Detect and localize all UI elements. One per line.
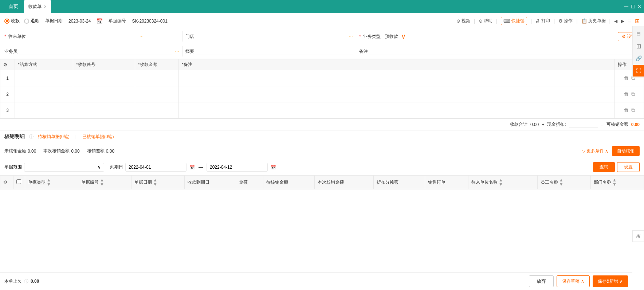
sort-dept[interactable]: 部门名称 ▲▼ bbox=[594, 178, 641, 187]
summary-input[interactable] bbox=[196, 48, 353, 55]
staff-input[interactable] bbox=[19, 48, 172, 55]
shortcut-btn[interactable]: ⌨ 快捷键 bbox=[501, 17, 527, 25]
row1-delete-icon[interactable]: 🗑 bbox=[624, 75, 629, 81]
grid-view-icon[interactable]: ⊞ bbox=[635, 17, 640, 24]
row1-settle[interactable] bbox=[15, 70, 73, 86]
help-btn[interactable]: ⊙ 帮助 bbox=[479, 18, 492, 24]
bt-th-checkbox[interactable] bbox=[13, 176, 25, 189]
biz-type-dropdown-icon[interactable]: ∨ bbox=[400, 32, 407, 40]
table-settings-icon[interactable]: ⚙ bbox=[3, 62, 7, 67]
radio-receipt-label: 收款 bbox=[11, 18, 20, 24]
bt-th-settings[interactable]: ⚙ bbox=[0, 176, 13, 189]
ai-badge[interactable]: Ai bbox=[632, 230, 644, 242]
row2-account[interactable] bbox=[73, 86, 135, 102]
form-divider-4 bbox=[356, 46, 356, 56]
video-btn[interactable]: ⊙ 视频 bbox=[456, 18, 470, 24]
row2-delete-icon[interactable]: 🗑 bbox=[624, 91, 629, 97]
due-date-from[interactable] bbox=[125, 163, 186, 172]
sort-counterpart[interactable]: 往来单位名称 ▲▼ bbox=[471, 178, 534, 187]
divider4: | bbox=[554, 19, 555, 24]
calendar-icon[interactable]: 📅 bbox=[97, 18, 103, 24]
discount-input[interactable] bbox=[569, 121, 598, 128]
right-panel-link-icon[interactable]: 🔗 bbox=[633, 52, 644, 64]
sort-bill-date[interactable]: 单据日期 ▲▼ bbox=[134, 178, 181, 187]
tab-current[interactable]: 收款单 × bbox=[24, 0, 51, 13]
done-tab[interactable]: 已核销单据(0笔) bbox=[82, 134, 114, 140]
row1-amount[interactable] bbox=[135, 70, 179, 86]
row2-remark[interactable] bbox=[179, 86, 615, 102]
print-btn[interactable]: 🖨 打印 bbox=[535, 18, 550, 24]
query-btn[interactable]: 查询 bbox=[593, 162, 615, 172]
minimize-icon[interactable]: ─ bbox=[624, 3, 628, 10]
verify-settings-btn[interactable]: 设置 bbox=[617, 162, 640, 172]
history-btn[interactable]: 📋 历史单据 bbox=[581, 18, 606, 24]
save-draft-button[interactable]: 保存草稿 ∧ bbox=[557, 275, 590, 287]
abandon-button[interactable]: 放弃 bbox=[529, 275, 554, 287]
receipt-type-group: 收款 退款 bbox=[4, 18, 39, 24]
unchecked-value: 0.00 bbox=[28, 149, 36, 154]
row3-account[interactable] bbox=[73, 102, 135, 118]
nav-prev-icon[interactable]: ◀ bbox=[614, 19, 617, 24]
table-row: 1 🗑 ⧉ bbox=[0, 70, 644, 86]
row3-delete-icon[interactable]: 🗑 bbox=[624, 107, 629, 113]
right-panel-doc-icon[interactable]: ◫ bbox=[633, 40, 644, 52]
sort-bill-type[interactable]: 单据类型 ▲▼ bbox=[28, 178, 75, 187]
pending-tab[interactable]: 待核销单据(0笔) bbox=[38, 134, 70, 140]
chevron-up-icon: ∧ bbox=[605, 149, 608, 154]
counterpart-input[interactable] bbox=[27, 33, 137, 40]
nav-next-icon[interactable]: ▶ bbox=[621, 19, 624, 24]
row3-amount[interactable] bbox=[135, 102, 179, 118]
remark-input[interactable] bbox=[369, 48, 640, 55]
bt-settings-icon[interactable]: ⚙ bbox=[3, 180, 7, 185]
history-icon: 📋 bbox=[581, 18, 587, 24]
list-view-icon[interactable]: ≡ bbox=[628, 18, 631, 24]
staff-more-icon[interactable]: ··· bbox=[175, 48, 179, 54]
receipt-table-container: ⚙ *结算方式 *收款账号 *收款金额 *备注 bbox=[0, 59, 644, 119]
row1-account[interactable] bbox=[73, 70, 135, 86]
save-new-button[interactable]: 保存&新增 ∧ bbox=[593, 275, 628, 287]
right-panel-expand-icon[interactable]: ⛶ bbox=[633, 65, 644, 77]
operation-btn[interactable]: ⚙ 操作 bbox=[558, 18, 573, 24]
due-date-to[interactable] bbox=[207, 163, 268, 172]
plus-sign: + bbox=[542, 122, 544, 127]
tab-close-icon[interactable]: × bbox=[44, 4, 47, 9]
right-panel-table-icon[interactable]: ⊟ bbox=[633, 28, 644, 39]
toolbar-row: 收款 退款 单据日期 2023-03-24 📅 单据编号 SK-20230324… bbox=[0, 13, 644, 29]
form-divider-3 bbox=[182, 46, 182, 56]
radio-refund[interactable]: 退款 bbox=[24, 18, 39, 24]
verify-info-icon: ⓘ bbox=[29, 134, 34, 140]
verify-section: 核销明细 ⓘ 待核销单据(0笔) | 已核销单据(0笔) 未核销金额 0.00 bbox=[0, 130, 644, 189]
tab-divider: | bbox=[75, 134, 76, 139]
select-all-checkbox[interactable] bbox=[16, 179, 21, 184]
verify-header: 核销明细 ⓘ 待核销单据(0笔) | 已核销单据(0笔) bbox=[0, 130, 644, 143]
tab-current-label: 收款单 bbox=[28, 4, 42, 10]
row3-copy-icon[interactable]: ⧉ bbox=[631, 107, 635, 113]
biz-type-label: 业务类型 bbox=[363, 34, 381, 40]
row1-remark[interactable] bbox=[179, 70, 615, 86]
receipt-table: ⚙ *结算方式 *收款账号 *收款金额 *备注 bbox=[0, 59, 644, 118]
counterpart-label: 往来单位 bbox=[8, 34, 26, 40]
row3-settle[interactable] bbox=[15, 102, 73, 118]
save-draft-chevron-icon: ∧ bbox=[581, 279, 584, 284]
maximize-icon[interactable]: □ bbox=[631, 3, 635, 10]
counterpart-more-icon[interactable]: ··· bbox=[140, 34, 144, 39]
calendar-to-icon[interactable]: 📅 bbox=[271, 165, 276, 170]
row2-copy-icon[interactable]: ⧉ bbox=[631, 91, 635, 97]
radio-receipt[interactable]: 收款 bbox=[4, 18, 20, 24]
sort-staff[interactable]: 员工名称 ▲▼ bbox=[541, 178, 588, 187]
tab-home[interactable]: 首页 bbox=[3, 0, 24, 13]
close-window-icon[interactable]: × bbox=[638, 3, 641, 10]
store-more-icon[interactable]: ··· bbox=[349, 34, 353, 39]
bill-range-select[interactable]: ∨ bbox=[24, 163, 104, 172]
summary-label: 摘要 bbox=[185, 48, 194, 55]
row3-remark[interactable] bbox=[179, 102, 615, 118]
auto-verify-btn[interactable]: 自动核销 bbox=[612, 146, 640, 156]
row2-amount[interactable] bbox=[135, 86, 179, 102]
more-conditions-btn[interactable]: ▽ 更多条件 ∧ bbox=[582, 148, 608, 154]
sort-bill-number[interactable]: 单据编号 ▲▼ bbox=[81, 178, 128, 187]
footer-info-icon: ⓘ bbox=[24, 278, 28, 285]
th-settings[interactable]: ⚙ bbox=[0, 59, 15, 70]
store-input[interactable] bbox=[196, 33, 346, 40]
row2-settle[interactable] bbox=[15, 86, 73, 102]
calendar-from-icon[interactable]: 📅 bbox=[189, 165, 195, 170]
